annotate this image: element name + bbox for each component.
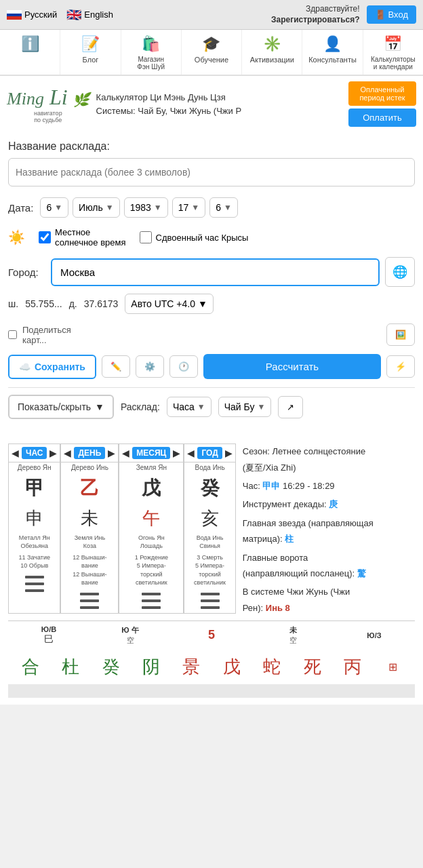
share-label: Поделиться карт... xyxy=(22,325,71,345)
prev-year[interactable]: ◀ xyxy=(186,448,196,458)
pay-button[interactable]: Оплатить xyxy=(348,108,416,127)
year-select[interactable]: 1983 ▼ xyxy=(124,197,168,218)
cal-title-day: ДЕНЬ xyxy=(74,447,105,459)
month-select[interactable]: Июль ▼ xyxy=(73,197,120,218)
prev-month[interactable]: ◀ xyxy=(121,448,131,458)
bottom-section: ◀ ЧАС ▶ Дерево Ян 甲 申 Металл Ян Обезьяна… xyxy=(0,437,423,705)
rasklad-hours-select[interactable]: Часа ▼ xyxy=(167,397,212,417)
solar-checkbox[interactable] xyxy=(39,231,51,243)
edit-button[interactable]: ✏️ xyxy=(102,355,130,378)
layout-input[interactable] xyxy=(8,158,415,186)
share-button[interactable]: ⚙️ xyxy=(136,355,164,378)
cal-title-month: МЕСЯЦ xyxy=(132,447,170,459)
next-hour[interactable]: ▶ xyxy=(48,448,58,458)
calc-icon: 📅 xyxy=(384,35,402,53)
login-icon: 🚪 xyxy=(375,9,386,20)
flag-en: 🇬🇧 xyxy=(66,7,81,22)
rat-label: Сдвоенный час Крысы xyxy=(156,233,249,243)
year-char2: 亥 xyxy=(184,504,235,533)
payment-info: Оплаченный период истек Оплатить xyxy=(348,81,416,127)
cal-col-year: ◀ ГОД ▶ Вода Инь 癸 亥 Вода Инь Свинья 3 С… xyxy=(184,443,235,614)
solar-time-check[interactable]: Местное солнечное время xyxy=(39,227,126,248)
year-label: Вода Инь Свинья xyxy=(184,533,235,551)
min-select[interactable]: 6 ▼ xyxy=(209,197,238,218)
prev-day[interactable]: ◀ xyxy=(62,448,73,458)
city-input[interactable] xyxy=(51,258,380,286)
nav-consult[interactable]: 👤 Консультанты xyxy=(302,30,363,75)
hour-elem1: Дерево Ян xyxy=(9,462,60,473)
char-he: 合 xyxy=(11,655,49,679)
char-jing: 景 xyxy=(172,655,211,679)
nav-bar: ℹ️ 📝 Блог 🛍️ МагазинФэн Шуй 🎓 Обучение ✳… xyxy=(0,30,423,76)
day-char2: 未 xyxy=(61,504,118,533)
utc-select[interactable]: Авто UTC +4.0 ▼ xyxy=(125,294,214,314)
compass-se: Ю/В 巳 xyxy=(8,625,89,646)
day-select[interactable]: 6 ▼ xyxy=(40,197,68,218)
lat-label: ш. xyxy=(8,298,18,309)
nav-consult-label: Консультанты xyxy=(308,56,357,64)
nav-info[interactable]: ℹ️ xyxy=(0,30,60,75)
city-row: Город: 🌐 xyxy=(8,257,415,287)
hour-numbers: 11 Зачатие 10 Обрыв xyxy=(9,552,60,572)
nav-shop[interactable]: 🛍️ МагазинФэн Шуй xyxy=(121,30,182,75)
settings-button[interactable]: ⚡ xyxy=(386,355,415,378)
rat-hour-check[interactable]: Сдвоенный час Крысы xyxy=(140,231,249,243)
calc-button[interactable]: Рассчитать xyxy=(203,354,381,379)
lat-value: 55.755... xyxy=(25,298,62,309)
year-lines xyxy=(184,589,235,613)
dekada-info: Инструмент декады: 庚 xyxy=(243,496,415,512)
hour-select[interactable]: 17 ▼ xyxy=(172,197,205,218)
nav-edu-label: Обучение xyxy=(195,56,228,64)
cal-title-year: ГОД xyxy=(197,447,222,459)
show-hide-button[interactable]: Показать/скрыть ▼ xyxy=(8,395,114,419)
nav-blog-label: Блог xyxy=(83,56,99,64)
year-elem1: Вода Инь xyxy=(184,462,235,473)
next-year[interactable]: ▶ xyxy=(224,448,234,458)
nav-calc[interactable]: 📅 Калькуляторыи календари xyxy=(363,30,423,75)
top-bar-right: Здравствуйте! Зарегистрироваться? 🚪 Вход xyxy=(271,4,416,25)
flag-ru xyxy=(7,10,22,20)
next-month[interactable]: ▶ xyxy=(172,448,182,458)
lon-value: 37.6173 xyxy=(84,298,119,309)
payment-badge: Оплаченный период истек xyxy=(348,81,416,106)
calendar-grid: ◀ ЧАС ▶ Дерево Ян 甲 申 Металл Ян Обезьяна… xyxy=(8,443,236,620)
char-gui: 癸 xyxy=(92,655,130,679)
char-du: 杜 xyxy=(51,655,89,679)
next-day[interactable]: ▶ xyxy=(106,448,117,458)
day-label: Земля Инь Коза xyxy=(61,533,118,551)
checkbox-row: ☀️ Местное солнечное время Сдвоенный час… xyxy=(8,227,415,248)
logo-text: Ming Li 🌿 xyxy=(7,85,89,110)
login-button[interactable]: 🚪 Вход xyxy=(367,5,416,24)
image-button[interactable]: 🖼️ xyxy=(386,323,415,346)
share-checkbox[interactable] xyxy=(8,330,17,339)
cal-header-day: ◀ ДЕНЬ ▶ xyxy=(61,444,118,462)
nav-blog[interactable]: 📝 Блог xyxy=(60,30,121,75)
char-last: ⊞ xyxy=(374,655,412,679)
star-info: Главная звезда (направляющаяматрица): 柱 xyxy=(243,515,415,547)
hour-char2: 申 xyxy=(9,504,60,533)
globe-button[interactable]: 🌐 xyxy=(385,257,415,287)
city-label: Город: xyxy=(8,267,45,278)
lang-english[interactable]: 🇬🇧 English xyxy=(66,7,113,22)
month-numbers: 1 Рождение 5 Импера- торский светильник xyxy=(119,552,183,589)
lang-en-label: English xyxy=(84,9,113,20)
lang-russian[interactable]: Русский xyxy=(7,9,57,20)
clock-button[interactable]: 🕐 xyxy=(169,355,198,378)
rasklad-type-select[interactable]: Чай Бу ▼ xyxy=(218,397,272,417)
greeting-text: Здравствуйте! Зарегистрироваться? xyxy=(271,4,360,25)
prev-hour[interactable]: ◀ xyxy=(10,448,20,458)
save-button[interactable]: ☁️ Сохранить xyxy=(8,355,96,379)
share2-button[interactable]: ↗ xyxy=(278,396,303,418)
nav-edu[interactable]: 🎓 Обучение xyxy=(182,30,242,75)
info-icon: ℹ️ xyxy=(21,35,39,53)
rasklad-label: Расклад: xyxy=(121,401,160,412)
hour-char1: 甲 xyxy=(9,473,60,504)
top-bar: Русский 🇬🇧 English Здравствуйте! Зарегис… xyxy=(0,0,423,30)
month-lines xyxy=(119,589,183,613)
rat-checkbox[interactable] xyxy=(140,231,152,243)
nav-activ[interactable]: ✳️ Активизации xyxy=(242,30,302,75)
char-wu: 戊 xyxy=(212,655,251,679)
bottom-bar xyxy=(8,684,415,698)
consult-icon: 👤 xyxy=(323,35,342,53)
compass-center: 5 xyxy=(171,628,252,642)
